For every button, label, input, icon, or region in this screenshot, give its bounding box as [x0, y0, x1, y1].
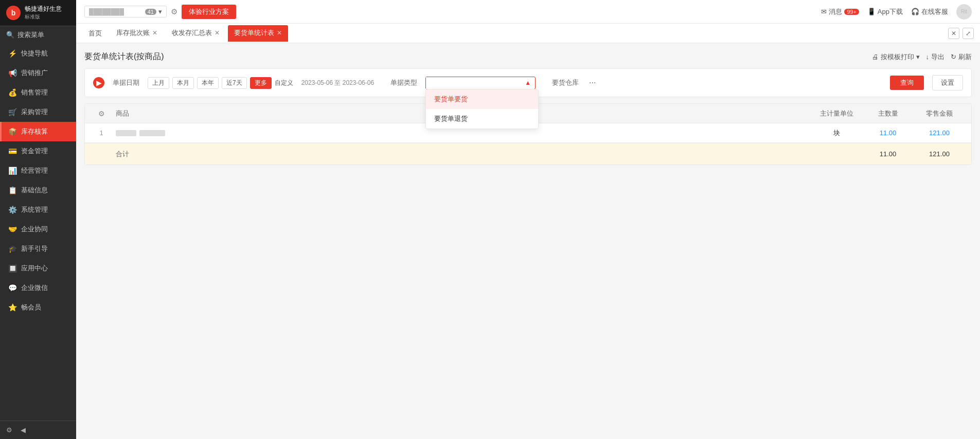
chevron-down-icon: ▾ — [158, 8, 162, 15]
search-menu[interactable]: 🔍 搜索菜单 — [0, 26, 76, 44]
page-content: 要货单统计表(按商品) 🖨 按模板打印 ▾ ↓ 导出 ↻ 刷新 — [76, 43, 980, 439]
tabbar-right: ✕ ⤢ — [948, 28, 974, 39]
app-download-item[interactable]: 📱 App下载 — [867, 7, 903, 16]
user-avatar[interactable]: Rit — [956, 4, 972, 20]
footer-label: 合计 — [112, 150, 811, 159]
footer-qty: 11.00 — [862, 150, 914, 158]
tab-order-summary[interactable]: 要货单统计表 ✕ — [228, 25, 288, 42]
topbar: ████████ 41 ▾ ⚙ 体验行业方案 ✉ 消息 99+ 📱 App下载 … — [76, 0, 980, 24]
company-count: 41 — [145, 9, 156, 15]
app-download-label: App下载 — [878, 7, 903, 16]
search-menu-label: 搜索菜单 — [17, 30, 44, 40]
this-year-button[interactable]: 本年 — [197, 77, 219, 89]
refresh-label: 刷新 — [958, 52, 972, 62]
row-product — [112, 130, 811, 136]
date-shortcuts: 上月 本月 本年 近7天 更多 自定义 — [148, 77, 293, 89]
search-icon: 🔍 — [6, 31, 14, 39]
sidebar-bottom: ⚙ ◀ — [0, 420, 76, 439]
row-amount: 121.00 — [914, 129, 965, 137]
sidebar-item-basic[interactable]: 📋 基础信息 — [0, 180, 76, 200]
sidebar-item-wechat[interactable]: 💬 企业微信 — [0, 278, 76, 298]
close-inventory-batch-tab[interactable]: ✕ — [152, 29, 157, 36]
sidebar-item-label: 营销推广 — [21, 68, 48, 78]
online-service-label: 在线客服 — [921, 7, 948, 16]
expand-tabs-button[interactable]: ⤢ — [963, 28, 974, 39]
sidebar-item-label: 系统管理 — [21, 205, 48, 214]
query-button[interactable]: 查询 — [890, 76, 924, 90]
custom-date-button[interactable]: 自定义 — [275, 79, 293, 87]
sidebar-item-label: 快捷导航 — [21, 49, 48, 58]
online-service-item[interactable]: 🎧 在线客服 — [911, 7, 948, 16]
sidebar-item-label: 企业协同 — [21, 225, 48, 234]
page-title: 要货单统计表(按商品) — [84, 51, 164, 62]
print-button[interactable]: 🖨 按模板打印 ▾ — [872, 52, 920, 62]
sidebar-item-enterprise[interactable]: 🤝 企业协同 — [0, 220, 76, 239]
trial-button[interactable]: 体验行业方案 — [182, 5, 236, 19]
collapse-button[interactable]: ◀ — [21, 426, 26, 434]
row-unit: 块 — [811, 129, 862, 138]
messages-item[interactable]: ✉ 消息 99+ — [821, 7, 859, 16]
close-receive-summary-tab[interactable]: ✕ — [215, 29, 220, 36]
settings-button[interactable]: ⚙ — [6, 426, 12, 434]
this-month-button[interactable]: 本月 — [172, 77, 194, 89]
enterprise-icon: 🤝 — [8, 225, 17, 233]
sidebar-item-marketing[interactable]: 📢 营销推广 — [0, 63, 76, 83]
table-settings-cell[interactable]: ⚙ — [91, 109, 112, 118]
more-dates-button[interactable]: 更多 — [250, 77, 272, 89]
sidebar-item-label: 企业微信 — [21, 283, 48, 292]
sidebar-item-operation[interactable]: 📊 经营管理 — [0, 161, 76, 180]
col-unit-header: 主计量单位 — [811, 109, 862, 118]
settings-row-button[interactable]: 设置 — [932, 75, 963, 90]
system-icon: ⚙️ — [8, 206, 17, 214]
sidebar-item-purchase[interactable]: 🛒 采购管理 — [0, 102, 76, 122]
date-filter-label: 单据日期 — [113, 78, 139, 87]
sidebar-item-label: 新手引导 — [21, 244, 48, 253]
sidebar-item-appcenter[interactable]: 🔲 应用中心 — [0, 259, 76, 278]
tab-inventory-batch[interactable]: 库存批次账 ✕ — [110, 25, 164, 42]
messages-badge: 99+ — [844, 9, 859, 15]
finance-icon: 💳 — [8, 147, 17, 155]
sidebar-item-label: 应用中心 — [21, 264, 48, 273]
type-dropdown-arrow[interactable]: ▲ — [521, 77, 535, 88]
refresh-button[interactable]: ↻ 刷新 — [951, 52, 972, 62]
last-7-days-button[interactable]: 近7天 — [222, 77, 247, 89]
app-version: 标准版 — [25, 13, 62, 21]
messages-icon: ✉ — [821, 8, 827, 15]
warehouse-more-button[interactable]: ··· — [589, 78, 596, 87]
tab-home[interactable]: 首页 — [82, 26, 108, 41]
sidebar-item-newbie[interactable]: 🎓 新手引导 — [0, 239, 76, 259]
footer-amount: 121.00 — [914, 150, 965, 158]
sidebar-nav: ⚡ 快捷导航 📢 营销推广 💰 销售管理 🛒 采购管理 📦 库存核算 💳 资金管… — [0, 44, 76, 420]
sidebar-item-shortcut[interactable]: ⚡ 快捷导航 — [0, 44, 76, 63]
company-settings-icon[interactable]: ⚙ — [171, 7, 177, 16]
close-all-tabs-button[interactable]: ✕ — [948, 28, 959, 39]
dropdown-item-return[interactable]: 要货单退货 — [426, 109, 538, 129]
export-button[interactable]: ↓ 导出 — [926, 52, 945, 62]
marketing-icon: 📢 — [8, 69, 17, 77]
inventory-icon: 📦 — [8, 127, 17, 136]
wechat-icon: 💬 — [8, 284, 17, 292]
dropdown-item-order[interactable]: 要货单要货 — [426, 89, 538, 109]
sidebar-item-sales[interactable]: 💰 销售管理 — [0, 83, 76, 102]
purchase-icon: 🛒 — [8, 108, 17, 116]
basic-icon: 📋 — [8, 186, 17, 194]
col-amount-header: 零售金额 — [914, 109, 965, 118]
sidebar-item-finance[interactable]: 💳 资金管理 — [0, 141, 76, 161]
sidebar-item-system[interactable]: ⚙️ 系统管理 — [0, 200, 76, 220]
sidebar-item-member[interactable]: ⭐ 畅会员 — [0, 298, 76, 317]
main-area: ████████ 41 ▾ ⚙ 体验行业方案 ✉ 消息 99+ 📱 App下载 … — [76, 0, 980, 439]
product-placeholder — [116, 130, 807, 136]
row-index: 1 — [91, 129, 112, 137]
sidebar-item-inventory[interactable]: 📦 库存核算 — [0, 122, 76, 141]
last-month-button[interactable]: 上月 — [148, 77, 169, 89]
type-filter-input[interactable] — [426, 77, 521, 89]
company-selector[interactable]: ████████ 41 ▾ — [84, 6, 167, 17]
tab-inventory-batch-label: 库存批次账 — [116, 28, 150, 38]
filter-expand-button[interactable]: ▶ — [93, 77, 104, 88]
messages-label: 消息 — [829, 7, 842, 16]
tabbar: 首页 库存批次账 ✕ 收发存汇总表 ✕ 要货单统计表 ✕ ✕ ⤢ — [76, 24, 980, 43]
tab-receive-summary-label: 收发存汇总表 — [172, 28, 212, 38]
tab-receive-summary[interactable]: 收发存汇总表 ✕ — [166, 25, 226, 42]
type-dropdown-popup: 要货单要货 要货单退货 — [425, 89, 539, 129]
close-order-summary-tab[interactable]: ✕ — [277, 29, 282, 36]
